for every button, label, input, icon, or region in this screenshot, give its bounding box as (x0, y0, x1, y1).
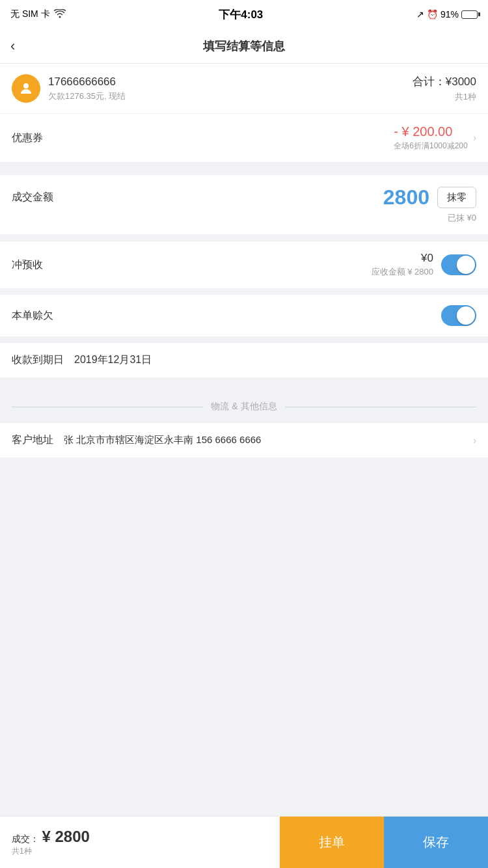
customer-row: 17666666666 欠款1276.35元, 现结 合计：¥3000 共1种 (0, 64, 488, 113)
status-left: 无 SIM 卡 (10, 8, 66, 20)
address-label: 客户地址 (12, 433, 53, 447)
deal-amount-label: 成交金额 (12, 191, 53, 204)
divider-line-right (285, 407, 476, 407)
this-order-toggle-knob (457, 306, 475, 325)
customer-sub: 欠款1276.35元, 现结 (48, 90, 126, 102)
nav-title: 填写结算等信息 (203, 38, 285, 54)
separator-3 (0, 384, 488, 390)
prepay-section: 冲预收 ¥0 应收金额 ¥ 2800 (0, 241, 488, 288)
due-date-value: 2019年12月31日 (74, 353, 152, 367)
save-button[interactable]: 保存 (384, 817, 488, 869)
bottom-bar: 成交： ¥ 2800 共1种 挂单 保存 (0, 816, 488, 868)
nav-bar: ‹ 填写结算等信息 (0, 29, 488, 64)
bottom-summary: 成交： ¥ 2800 共1种 (0, 828, 280, 857)
customer-card: 17666666666 欠款1276.35元, 现结 合计：¥3000 共1种 … (0, 64, 488, 162)
battery-percent: 91% (441, 9, 459, 20)
total-amount: 合计：¥3000 (413, 74, 476, 89)
due-date-row: 收款到期日 2019年12月31日 (12, 353, 476, 367)
location-icon: ↗ (416, 9, 424, 20)
back-button[interactable]: ‹ (10, 38, 15, 55)
svg-point-0 (23, 83, 29, 88)
separator-1 (0, 169, 488, 175)
wifi-icon (54, 9, 66, 20)
prepay-toggle[interactable] (441, 254, 476, 275)
toggle-knob (457, 256, 475, 274)
status-right: ↗ ⏰ 91% (416, 9, 478, 20)
coupon-row[interactable]: 优惠券 - ¥ 200.00 全场6折满1000减200 › (0, 113, 488, 162)
this-order-toggle[interactable] (441, 305, 476, 326)
prepay-value: ¥0 (372, 252, 433, 265)
bottom-deal-amount: ¥ 2800 (42, 828, 89, 845)
deal-amount-row: 成交金额 2800 抹零 (12, 185, 476, 210)
logistics-divider: 物流 & 其他信息 (0, 390, 488, 423)
no-sim-text: 无 SIM 卡 (10, 8, 50, 20)
address-section[interactable]: 客户地址 张 北京市市辖区海淀区永丰南 156 6666 6666 › (0, 423, 488, 457)
address-row: 客户地址 张 北京市市辖区海淀区永丰南 156 6666 6666 › (12, 433, 476, 447)
this-order-section: 本单赊欠 (0, 295, 488, 336)
address-value: 张 北京市市辖区海淀区永丰南 156 6666 6666 (64, 434, 465, 446)
chevron-right-icon: › (473, 132, 476, 144)
customer-info: 17666666666 欠款1276.35元, 现结 (48, 75, 126, 102)
logistics-divider-text: 物流 & 其他信息 (211, 401, 277, 413)
clock-icon: ⏰ (427, 9, 438, 20)
deal-amount-section: 成交金额 2800 抹零 已抹 ¥0 (0, 175, 488, 234)
bottom-deal-label: 成交： (12, 834, 39, 844)
gray-space (0, 464, 488, 562)
status-bar: 无 SIM 卡 下午4:03 ↗ ⏰ 91% (0, 0, 488, 29)
status-time: 下午4:03 (219, 7, 263, 22)
due-date-label: 收款到期日 (12, 353, 64, 367)
due-date-section: 收款到期日 2019年12月31日 (0, 343, 488, 377)
customer-right: 合计：¥3000 共1种 (413, 74, 476, 103)
coupon-amount: - ¥ 200.00 (394, 124, 467, 139)
already-rounded: 已抹 ¥0 (12, 212, 476, 224)
round-off-button[interactable]: 抹零 (437, 187, 476, 208)
coupon-desc: 全场6折满1000减200 (394, 141, 467, 152)
coupon-label: 优惠券 (12, 131, 43, 145)
bottom-deal-line: 成交： ¥ 2800 (12, 828, 268, 846)
this-order-label: 本单赊欠 (12, 309, 53, 323)
this-order-row: 本单赊欠 (12, 305, 476, 326)
content: 17666666666 欠款1276.35元, 现结 合计：¥3000 共1种 … (0, 64, 488, 614)
deal-amount-right: 2800 抹零 (383, 185, 476, 210)
prepay-row: 冲预收 ¥0 应收金额 ¥ 2800 (12, 252, 476, 278)
bottom-sub: 共1种 (12, 846, 268, 857)
avatar (12, 74, 40, 103)
battery-icon (461, 10, 478, 19)
prepay-label: 冲预收 (12, 258, 43, 272)
total-sub: 共1种 (413, 91, 476, 103)
prepay-sub: 应收金额 ¥ 2800 (372, 266, 433, 278)
hang-order-button[interactable]: 挂单 (280, 817, 384, 869)
prepay-right: ¥0 应收金额 ¥ 2800 (372, 252, 476, 278)
deal-amount-value: 2800 (383, 185, 429, 210)
divider-line-left (12, 407, 203, 407)
customer-left: 17666666666 欠款1276.35元, 现结 (12, 74, 126, 103)
customer-phone: 17666666666 (48, 75, 126, 88)
separator-2 (0, 288, 488, 295)
address-chevron-icon: › (473, 435, 476, 446)
